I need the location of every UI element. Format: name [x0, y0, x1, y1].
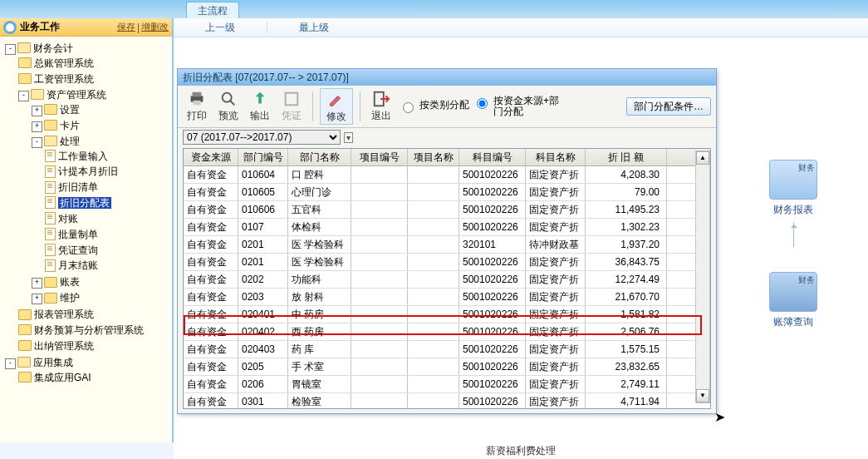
table-row[interactable]: 自有资金020401中 药房5001020226固定资产折1,581.82 [184, 306, 710, 323]
table-row[interactable]: 自有资金010606五官科5001020226固定资产折11,495.23 [184, 201, 710, 219]
tree-node-gl[interactable]: 总账管理系统 [34, 57, 94, 69]
separator [360, 91, 360, 121]
preview-button[interactable]: 预览 [214, 90, 243, 123]
table-row[interactable]: 自有资金0205手 术室5001020226固定资产折23,832.65 [184, 358, 710, 376]
cell [408, 376, 459, 392]
tree-node-process[interactable]: 处理 [60, 135, 80, 146]
modify-button[interactable]: 修改 [320, 88, 353, 125]
table-row[interactable]: 自有资金0201医 学检验科320101待冲财政基1,937.20 [184, 236, 710, 254]
dept-filter-button[interactable]: 部门分配条件… [626, 97, 711, 116]
toggle-icon[interactable]: - [18, 91, 29, 101]
svg-rect-1 [193, 92, 202, 97]
table-row[interactable]: 自有资金0301检验室5001020226固定资产折4,711.94 [184, 393, 710, 408]
cell: 5001020226 [459, 166, 526, 183]
scroll-up-icon[interactable]: ▲ [696, 151, 709, 165]
table-row[interactable]: 自有资金010604口 腔科5001020226固定资产折4,208.30 [184, 166, 710, 184]
cell: 固定资产折 [526, 219, 586, 235]
col-header[interactable]: 项目名称 [408, 149, 459, 165]
tree-node-reports-a[interactable]: 账表 [60, 276, 80, 288]
period-spin-icon[interactable]: ▾ [344, 132, 353, 143]
exit-button[interactable]: 退出 [367, 90, 395, 123]
table-row[interactable]: 自有资金020403药 库5001020226固定资产折1,575.15 [184, 341, 710, 358]
tree-node-finacct[interactable]: 财务会计 [33, 42, 73, 54]
col-header[interactable]: 资金来源 [184, 149, 238, 165]
fin-report-icon[interactable] [769, 160, 817, 200]
col-header[interactable]: 科目名称 [526, 149, 586, 165]
toggle-icon[interactable]: + [32, 278, 42, 289]
table-row[interactable]: 自有资金0206胃镜室5001020226固定资产折2,749.11 [184, 376, 710, 393]
tree-leaf-voucher-query[interactable]: 凭证查询 [58, 244, 98, 255]
toggle-icon[interactable]: - [32, 137, 42, 148]
main-flow-tab[interactable]: 主流程 [186, 2, 239, 19]
radio-by-category[interactable]: 按类别分配 [399, 100, 469, 113]
toggle-icon[interactable]: + [32, 106, 42, 116]
folder-icon [18, 324, 32, 335]
col-header[interactable]: 项目编号 [351, 149, 408, 165]
nav-up-one[interactable]: 上一级 [199, 19, 242, 37]
vertical-scrollbar[interactable]: ▲ ▼ [695, 151, 710, 403]
cell [408, 341, 459, 358]
scroll-down-icon[interactable]: ▼ [696, 389, 709, 402]
tree-leaf-workload[interactable]: 工作量输入 [58, 150, 108, 161]
cell: 0203 [238, 289, 288, 305]
radio-by-source-dept[interactable]: 按资金来源+部门分配 [473, 96, 564, 117]
tree-node-gai[interactable]: 集成应用GAI [34, 372, 91, 383]
doc-icon [45, 165, 56, 178]
toggle-icon[interactable]: + [32, 121, 42, 132]
col-header[interactable]: 科目编号 [459, 149, 526, 165]
cell [351, 236, 408, 253]
tree-node-budget[interactable]: 财务预算与分析管理系统 [34, 324, 144, 336]
cell: 1,302.23 [586, 219, 667, 235]
tree-leaf-batch-voucher[interactable]: 批量制单 [58, 229, 98, 240]
table-row[interactable]: 自有资金0203放 射科5001020226固定资产折21,670.70 [184, 289, 710, 306]
toggle-icon[interactable]: + [32, 294, 42, 304]
col-header[interactable]: 折 旧 额 [586, 149, 667, 165]
period-select[interactable]: 07 (2017.07-->2017.07) [183, 130, 341, 145]
cell: 12,274.49 [586, 271, 667, 288]
grid-body[interactable]: 自有资金010604口 腔科5001020226固定资产折4,208.30自有资… [184, 166, 710, 408]
tree-node-cashier[interactable]: 出纳管理系统 [34, 340, 94, 352]
tree-leaf-check[interactable]: 对账 [58, 213, 78, 225]
folder-icon [44, 104, 57, 115]
tree-leaf-depr-calc[interactable]: 计提本月折旧 [58, 165, 118, 177]
table-row[interactable]: 自有资金0107体检科5001020226固定资产折1,302.23 [184, 219, 710, 236]
tree-node-settings[interactable]: 设置 [60, 103, 80, 115]
table-row[interactable]: 自有资金020402西 药房5001020226固定资产折2,506.76 [184, 323, 710, 341]
cell: 固定资产折 [526, 271, 586, 288]
cell: 自有资金 [184, 254, 238, 270]
save-link[interactable]: 保存 [117, 21, 135, 33]
tree-node-cards[interactable]: 卡片 [60, 119, 80, 131]
table-row[interactable]: 自有资金0202功能科5001020226固定资产折12,274.49 [184, 271, 710, 289]
books-label[interactable]: 账簿查询 [743, 315, 843, 329]
toggle-icon[interactable]: - [5, 44, 16, 55]
tree-node-integration[interactable]: 应用集成 [33, 357, 73, 368]
tree-leaf-depr-alloc[interactable]: 折旧分配表 [58, 197, 111, 209]
svg-rect-5 [286, 93, 298, 106]
tree-node-report-sys[interactable]: 报表管理系统 [34, 308, 94, 320]
add-del-link[interactable]: 增删改 [141, 21, 169, 33]
cell: 11,495.23 [586, 201, 667, 218]
print-button[interactable]: 打印 [183, 90, 211, 123]
cell: 自有资金 [184, 236, 238, 253]
tree-node-asset[interactable]: 资产管理系统 [47, 88, 106, 100]
table-row[interactable]: 自有资金010605心理门诊5001020226固定资产折79.00 [184, 184, 710, 201]
tree-leaf-close-month[interactable]: 月末结账 [58, 259, 98, 271]
tree-node-payroll[interactable]: 工资管理系统 [34, 73, 94, 85]
cell: 西 药房 [288, 323, 351, 340]
nav-up-top[interactable]: 最上级 [292, 19, 336, 37]
table-row[interactable]: 自有资金0201医 学检验科5001020226固定资产折36,843.75 [184, 254, 710, 271]
folder-icon [44, 136, 57, 146]
col-header[interactable]: 部门名称 [288, 149, 351, 165]
fin-report-label[interactable]: 财务报表 [743, 203, 843, 217]
toggle-icon[interactable]: - [5, 358, 16, 369]
tree-leaf-depr-list[interactable]: 折旧清单 [58, 181, 98, 193]
doc-icon [45, 150, 56, 162]
cell: 5001020226 [459, 323, 526, 340]
cell: 0202 [238, 271, 288, 288]
cell [408, 306, 459, 323]
books-icon[interactable] [769, 272, 817, 312]
tree-node-maint[interactable]: 维护 [60, 292, 80, 304]
export-button[interactable]: 输出 [246, 90, 274, 123]
cell: 320101 [459, 236, 526, 253]
col-header[interactable]: 部门编号 [238, 149, 288, 165]
